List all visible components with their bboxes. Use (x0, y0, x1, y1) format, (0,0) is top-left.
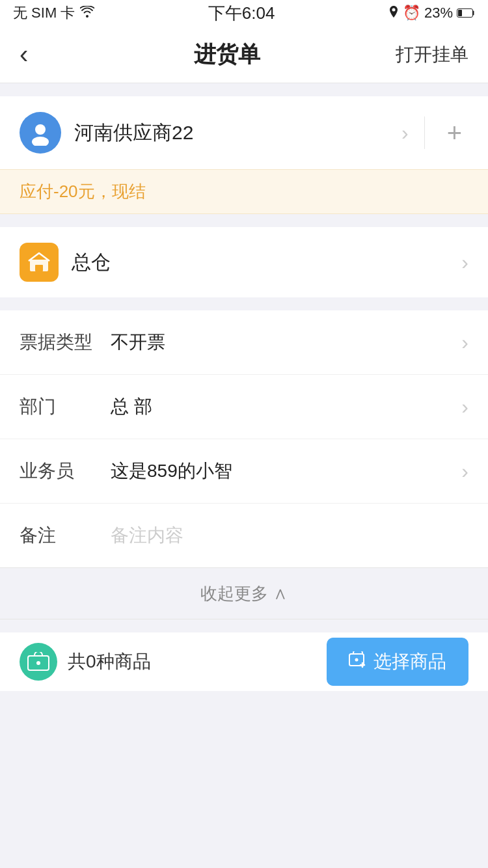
product-count-label: 共0种商品 (68, 649, 327, 674)
status-left: 无 SIM 卡 (13, 3, 94, 23)
status-right: ⏰ 23% (388, 5, 475, 21)
svg-point-0 (392, 8, 395, 12)
section-gap-3 (0, 297, 488, 310)
invoice-label: 票据类型 (20, 330, 98, 355)
svg-rect-6 (35, 265, 43, 271)
section-gap-4 (0, 619, 488, 632)
dept-label: 部门 (20, 394, 98, 419)
alarm-icon: ⏰ (403, 5, 420, 21)
supplier-row[interactable]: 河南供应商22 › + (0, 96, 488, 169)
remark-label: 备注 (20, 523, 98, 548)
invoice-chevron-icon: › (461, 331, 468, 355)
location-icon (388, 5, 399, 21)
salesman-label: 业务员 (20, 459, 98, 483)
bottom-bar: 共0种商品 选择商品 (0, 632, 488, 691)
select-btn-label: 选择商品 (373, 649, 446, 674)
dept-chevron-icon: › (461, 395, 468, 419)
collapse-label: 收起更多 ∧ (200, 582, 287, 605)
open-pending-button[interactable]: 打开挂单 (396, 42, 468, 67)
product-icon (20, 643, 57, 681)
svg-point-4 (32, 137, 49, 146)
select-product-button[interactable]: 选择商品 (327, 638, 468, 686)
supplier-avatar (20, 112, 61, 154)
dept-row[interactable]: 部门 总 部 › (0, 375, 488, 439)
carrier-label: 无 SIM 卡 (13, 3, 75, 23)
warehouse-chevron-icon: › (461, 251, 468, 275)
remark-input[interactable]: 备注内容 (111, 523, 468, 548)
salesman-row[interactable]: 业务员 这是859的小智 › (0, 439, 488, 504)
svg-point-10 (355, 658, 359, 661)
battery-icon (457, 5, 475, 21)
nav-bar: ‹ 进货单 打开挂单 (0, 26, 488, 83)
page-title: 进货单 (194, 40, 260, 70)
salesman-value: 这是859的小智 (111, 459, 461, 483)
warehouse-name: 总仓 (72, 249, 461, 276)
vertical-divider (424, 116, 425, 149)
collapse-button[interactable]: 收起更多 ∧ (0, 567, 488, 619)
wifi-icon (80, 5, 94, 21)
remark-row[interactable]: 备注 备注内容 (0, 504, 488, 567)
battery-label: 23% (424, 5, 453, 21)
invoice-value: 不开票 (111, 330, 461, 355)
gray-fill-area (0, 691, 488, 868)
form-section: 票据类型 不开票 › 部门 总 部 › 业务员 这是859的小智 › 备注 备注… (0, 310, 488, 567)
warehouse-row[interactable]: 总仓 › (0, 227, 488, 297)
dept-value: 总 部 (111, 394, 461, 419)
back-button[interactable]: ‹ (20, 40, 59, 69)
svg-point-3 (35, 124, 46, 135)
svg-point-8 (36, 661, 40, 665)
add-supplier-button[interactable]: + (441, 118, 468, 148)
supplier-name: 河南供应商22 (74, 120, 401, 146)
status-bar: 无 SIM 卡 下午6:04 ⏰ 23% (0, 0, 488, 26)
salesman-chevron-icon: › (461, 459, 468, 483)
section-gap-1 (0, 83, 488, 96)
select-btn-icon (349, 651, 367, 673)
svg-rect-2 (458, 10, 462, 16)
supplier-chevron-icon: › (401, 121, 409, 145)
invoice-row[interactable]: 票据类型 不开票 › (0, 310, 488, 375)
warehouse-section: 总仓 › (0, 227, 488, 297)
supplier-section: 河南供应商22 › + 应付-20元，现结 (0, 96, 488, 214)
section-gap-2 (0, 214, 488, 227)
warehouse-icon (20, 243, 59, 282)
notice-bar: 应付-20元，现结 (0, 169, 488, 214)
status-time: 下午6:04 (208, 2, 275, 25)
